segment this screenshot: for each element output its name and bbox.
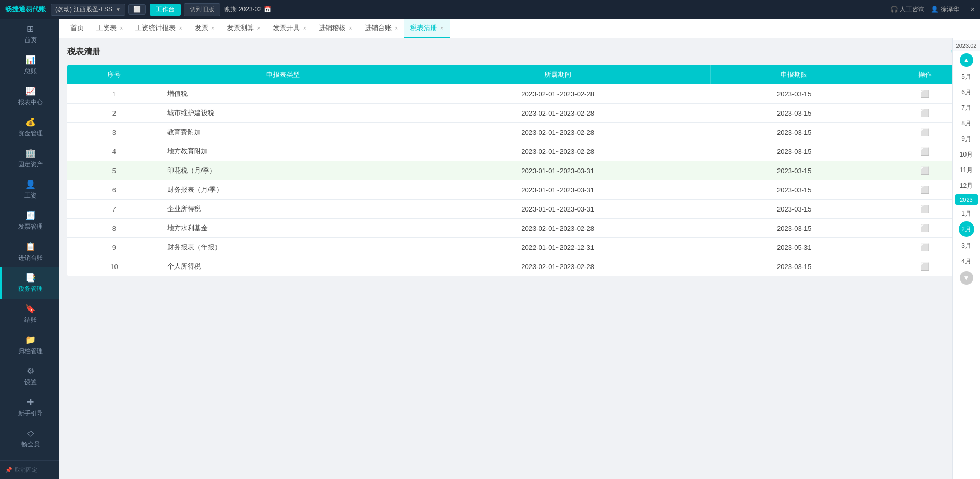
action-icon[interactable]: ⬜	[920, 224, 929, 232]
sidebar-item-guide[interactable]: ✚新手引导	[0, 392, 59, 423]
cell-type: 地方教育附加	[161, 142, 405, 161]
date-month-item[interactable]: 9月	[955, 132, 978, 146]
date-month-item[interactable]: 3月	[955, 238, 978, 253]
sidebar-label: 归档管理	[18, 347, 43, 356]
sidebar-label: 首页	[24, 36, 37, 45]
user-service-button[interactable]: 🎧 人工咨询	[890, 5, 925, 14]
cell-no: 1	[67, 84, 161, 104]
cell-no: 10	[67, 257, 161, 276]
sidebar-item-payroll[interactable]: 👤工资	[0, 174, 59, 205]
cell-deadline: 2023-03-15	[710, 142, 878, 161]
sidebar-item-tax[interactable]: 📑税务管理	[0, 267, 59, 299]
period-value: 2023-02	[239, 6, 262, 13]
cell-period: 2022-01-01~2022-12-31	[405, 238, 710, 257]
date-month-item[interactable]: 8月	[955, 116, 978, 131]
sidebar-item-invoice-mgmt[interactable]: 🧾发票管理	[0, 205, 59, 236]
tab-invoice-open[interactable]: 发票开具×	[267, 19, 312, 38]
chevron-down-icon: ▼	[116, 7, 121, 12]
date-month-item[interactable]: 6月	[955, 85, 978, 100]
tab-close-icon[interactable]: ×	[120, 25, 123, 31]
tab-close-icon[interactable]: ×	[349, 25, 352, 31]
action-icon[interactable]: ⬜	[920, 90, 929, 98]
date-month-item[interactable]: 12月	[955, 178, 978, 193]
action-icon[interactable]: ⬜	[920, 128, 929, 136]
action-icon[interactable]: ⬜	[920, 166, 929, 175]
tab-close-icon[interactable]: ×	[395, 25, 398, 31]
purchase-icon: 📋	[25, 242, 36, 251]
period-label: 账期	[224, 5, 237, 14]
sidebar-item-ledger[interactable]: 📊总账	[0, 50, 59, 81]
action-icon[interactable]: ⬜	[920, 262, 929, 271]
tab-invoice-calc[interactable]: 发票测算×	[221, 19, 266, 38]
table-header-row: 序号申报表类型所属期间申报期限操作	[67, 65, 972, 84]
date-year-badge: 2023	[955, 194, 978, 205]
action-icon[interactable]: ⬜	[920, 205, 929, 213]
headset-icon: 🎧	[890, 6, 898, 13]
cell-deadline: 2023-03-15	[710, 161, 878, 180]
table-row: 9 财务报表（年报） 2022-01-01~2022-12-31 2023-05…	[67, 238, 972, 257]
date-panel-header: 2023.02	[953, 40, 980, 51]
calendar-icon[interactable]: 📅	[264, 6, 271, 13]
main-layout: ⊞首页📊总账📈报表中心💰资金管理🏢固定资产👤工资🧾发票管理📋进销台账📑税务管理🔖…	[0, 19, 980, 479]
sidebar-item-purchase[interactable]: 📋进销台账	[0, 236, 59, 267]
cell-period: 2023-02-01~2023-02-28	[405, 142, 710, 161]
tab-close-icon[interactable]: ×	[211, 25, 214, 31]
sidebar-item-member[interactable]: ◇畅会员	[0, 423, 59, 454]
date-month-item[interactable]: 2月	[959, 221, 974, 237]
sidebar-cancel-fixed[interactable]: 📌取消固定	[0, 460, 59, 479]
sidebar-item-settings[interactable]: ⚙设置	[0, 361, 59, 392]
copy-button[interactable]: ⬜	[128, 4, 146, 15]
cell-period: 2023-01-01~2023-03-31	[405, 180, 710, 200]
sidebar-item-asset[interactable]: 🏢固定资产	[0, 143, 59, 174]
date-month-item[interactable]: 1月	[955, 206, 978, 221]
cell-type: 地方水利基金	[161, 219, 405, 238]
window-close-button[interactable]: ×	[971, 5, 975, 13]
date-month-item[interactable]: 7月	[955, 101, 978, 115]
sidebar-item-report[interactable]: 📈报表中心	[0, 81, 59, 112]
tab-label: 首页	[70, 23, 84, 33]
action-icon[interactable]: ⬜	[920, 243, 929, 251]
tab-close-icon[interactable]: ×	[179, 25, 182, 31]
company-selector[interactable]: (勿动) 江西股圣-LSS ▼	[51, 4, 125, 16]
date-nav-up-button[interactable]: ▲	[960, 53, 973, 67]
cell-period: 2023-02-01~2023-02-28	[405, 104, 710, 123]
sidebar-item-settlement[interactable]: 🔖结账	[0, 299, 59, 330]
action-icon[interactable]: ⬜	[920, 186, 929, 194]
col-header: 序号	[67, 65, 161, 84]
workbench-button[interactable]: 工作台	[150, 4, 181, 16]
tab-close-icon[interactable]: ×	[440, 25, 443, 31]
date-month-item[interactable]: 11月	[955, 163, 978, 177]
cell-deadline: 2023-03-15	[710, 219, 878, 238]
date-month-item[interactable]: 10月	[955, 147, 978, 162]
tab-close-icon[interactable]: ×	[257, 25, 260, 31]
sidebar-item-fund[interactable]: 💰资金管理	[0, 112, 59, 143]
tab-label: 进销台账	[365, 23, 392, 33]
tab-purchase-ledger[interactable]: 进销台账×	[358, 19, 404, 38]
tab-purchase-review[interactable]: 进销稽核×	[312, 19, 358, 38]
tab-tax-register[interactable]: 税表清册×	[404, 19, 450, 38]
date-month-item[interactable]: 4月	[955, 254, 978, 269]
cell-no: 4	[67, 142, 161, 161]
ledger-icon: 📊	[25, 55, 36, 65]
tab-home[interactable]: 首页	[64, 19, 90, 38]
tab-payroll-report[interactable]: 工资统计报表×	[129, 19, 188, 38]
tab-bar: 首页工资表×工资统计报表×发票×发票测算×发票开具×进销稽核×进销台账×税表清册…	[59, 19, 980, 38]
sidebar-item-home[interactable]: ⊞首页	[0, 19, 59, 50]
action-icon[interactable]: ⬜	[920, 147, 929, 156]
page-header: 税表清册 ↻ 刷新	[67, 47, 972, 58]
report-icon: 📈	[25, 86, 36, 96]
tab-payroll[interactable]: 工资表×	[90, 19, 129, 38]
tab-label: 进销稽核	[319, 23, 345, 33]
sidebar-item-archive[interactable]: 📁归档管理	[0, 330, 59, 361]
user-profile-button[interactable]: 👤 徐泽华	[931, 5, 959, 14]
tab-invoice[interactable]: 发票×	[189, 19, 221, 38]
date-panel: 2023.02 ▲ 5月6月7月8月9月10月11月12月20231月2月3月4…	[952, 38, 980, 479]
col-header: 申报期限	[710, 65, 878, 84]
tab-label: 发票	[195, 23, 208, 33]
oldversion-button[interactable]: 切到旧版	[184, 3, 220, 16]
date-nav-down-button[interactable]: ▼	[960, 271, 973, 285]
tab-close-icon[interactable]: ×	[303, 25, 306, 31]
content-area: 首页工资表×工资统计报表×发票×发票测算×发票开具×进销稽核×进销台账×税表清册…	[59, 19, 980, 479]
date-month-item[interactable]: 5月	[955, 69, 978, 84]
action-icon[interactable]: ⬜	[920, 109, 929, 117]
